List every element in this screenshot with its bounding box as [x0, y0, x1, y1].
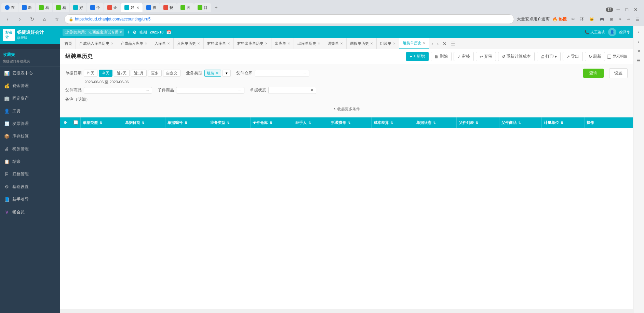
col-unit[interactable]: 计量单位 ⇅	[542, 117, 584, 128]
col-business-type[interactable]: 业务类型 ⇅	[208, 117, 250, 128]
home-button[interactable]: ⌂	[40, 14, 49, 24]
right-panel-expand[interactable]: ›	[635, 38, 643, 46]
col-child-warehouse[interactable]: 子件仓库 ⇅	[251, 117, 293, 128]
tab-close-icon[interactable]: ✕	[136, 6, 139, 10]
date-custom[interactable]: 自定义	[163, 70, 180, 77]
sun-tool[interactable]: ☀	[616, 16, 624, 22]
reload-button[interactable]: ↻	[27, 14, 37, 24]
col-handler[interactable]: 经手人 ⇅	[293, 117, 329, 128]
sidebar-item-reports[interactable]: 📊 云报表中心	[0, 67, 60, 80]
col-bill-date[interactable]: 单据日期 ⇅	[123, 117, 165, 128]
sidebar-item-finance[interactable]: 💰 资金管理	[0, 80, 60, 92]
sidebar-item-salary[interactable]: 👤 工资	[0, 105, 60, 117]
forward-button[interactable]: ›	[15, 14, 25, 24]
close-window-button[interactable]: ✕	[632, 7, 640, 12]
browser-tab-3[interactable]: 易	[36, 3, 52, 12]
tab-close-outbound-history[interactable]: ✕	[318, 42, 320, 45]
tab-close-assembly-history[interactable]: ✕	[423, 41, 426, 45]
add-icon-topbar[interactable]: +	[127, 29, 130, 35]
col-parent-goods[interactable]: 父件商品 ⇅	[499, 117, 541, 128]
collapse-button[interactable]: ∧ 收起更多条件	[65, 105, 628, 113]
settings-icon-topbar[interactable]: ⚙	[133, 30, 137, 35]
sidebar-item-settings[interactable]: ⚙ 基础设置	[0, 181, 60, 193]
delete-button[interactable]: 🗑 删除	[431, 52, 452, 61]
tab-close-product-inbound[interactable]: ✕	[145, 42, 147, 45]
settings-button[interactable]: 设置	[609, 68, 628, 78]
sidebar-item-member[interactable]: V 畅会员	[0, 206, 60, 218]
date-yesterday[interactable]: 昨天	[84, 70, 97, 77]
tab-material-outbound[interactable]: 材料出库单 ✕	[204, 38, 234, 49]
right-panel-collapse[interactable]: ‹	[635, 28, 643, 36]
col-parent-list[interactable]: 父件列表 ⇅	[457, 117, 499, 128]
browser-tab-10[interactable]: 畅	[160, 3, 177, 12]
sidebar-item-invoice[interactable]: 🧾 发票管理	[0, 117, 60, 130]
sidebar-item-guide[interactable]: 📘 新手引导	[0, 193, 60, 206]
date-more[interactable]: 更多	[148, 70, 162, 77]
print-button[interactable]: 🖨 打印 ▾	[537, 52, 561, 61]
child-goods-more[interactable]: ···	[239, 88, 241, 92]
tab-assembly[interactable]: 组装单 ✕	[377, 38, 399, 49]
sidebar-item-checkout[interactable]: 📋 结账	[0, 155, 60, 168]
tab-transfer[interactable]: 调拨单 ✕	[324, 38, 347, 49]
undo-tool[interactable]: ↩	[625, 16, 632, 22]
show-detail-checkbox[interactable]	[607, 55, 611, 59]
browser-tab-11[interactable]: 各	[177, 3, 194, 12]
browser-tab-6[interactable]: 个	[87, 3, 104, 12]
company-selector[interactable]: (勿删勿禁用）江西服宝测试专用 ▾	[63, 29, 124, 36]
tab-outbound[interactable]: 出库单 ✕	[271, 38, 294, 49]
tab-close-all[interactable]: ✕	[441, 41, 449, 46]
business-type-dropdown[interactable]: ▾	[223, 70, 231, 77]
select-all-checkbox[interactable]	[73, 120, 78, 125]
tab-close-inbound[interactable]: ✕	[167, 42, 170, 45]
tab-close-transfer[interactable]: ✕	[340, 42, 343, 45]
emoji-tool[interactable]: 🐱	[587, 16, 596, 22]
browser-tab-4[interactable]: 易	[53, 3, 69, 12]
right-panel-menu[interactable]: ☰	[635, 57, 643, 65]
tab-inbound[interactable]: 入库单 ✕	[151, 38, 174, 49]
url-bar[interactable]: 🔒 https://cloud.chanjet.com/accounting/u…	[64, 14, 514, 24]
query-button[interactable]: 查询	[583, 69, 604, 78]
tab-close-material-outbound-history[interactable]: ✕	[265, 42, 268, 45]
bill-status-dropdown[interactable]: ▾	[268, 87, 316, 94]
tab-transfer-history[interactable]: 调拨单历史 ✕	[347, 38, 377, 49]
add-button[interactable]: + + 新增	[406, 52, 429, 61]
tab-close-material-outbound[interactable]: ✕	[227, 42, 230, 45]
grid-tool[interactable]: ⊞	[608, 16, 615, 22]
sidebar-item-assets[interactable]: 🏢 固定资产	[0, 92, 60, 105]
col-cost-diff[interactable]: 成本差异 ⇅	[372, 117, 414, 128]
select-all-header[interactable]	[71, 117, 80, 128]
back-button[interactable]: ‹	[3, 14, 12, 24]
browser-tab-active[interactable]: 好 ✕	[121, 3, 143, 12]
date-today[interactable]: 今天	[99, 70, 112, 77]
right-panel-close[interactable]: ✕	[635, 47, 643, 55]
col-bill-status[interactable]: 单据状态 ⇅	[414, 117, 456, 128]
refresh-button[interactable]: ↻ 刷新	[585, 52, 605, 61]
maximize-button[interactable]: □	[623, 7, 630, 12]
abandon-button[interactable]: ↩ 弃审	[476, 52, 496, 61]
translate-tool[interactable]: 译	[578, 16, 586, 23]
cut-tool[interactable]: ✂	[569, 16, 577, 22]
child-goods-input[interactable]: ···	[176, 87, 244, 94]
tab-more[interactable]: ☰	[449, 41, 457, 46]
parent-goods-more[interactable]: ···	[146, 88, 149, 92]
browser-tab-9[interactable]: 腾	[143, 3, 160, 12]
consulting-button[interactable]: 📞 人工咨询	[585, 30, 605, 35]
tab-outbound-history[interactable]: 出库单历史 ✕	[294, 38, 324, 49]
browser-tab-7[interactable]: 企	[104, 3, 121, 12]
tab-product-inbound[interactable]: 产成品入库单 ✕	[117, 38, 151, 49]
parent-warehouse-input[interactable]: ···	[255, 70, 309, 76]
tab-inbound-history[interactable]: 入库单历史 ✕	[174, 38, 204, 49]
tab-material-outbound-history[interactable]: 材料出库单历史 ✕	[234, 38, 271, 49]
calendar-icon[interactable]: 📅	[166, 30, 171, 34]
business-tag-close[interactable]: ✕	[216, 71, 219, 75]
tab-close-inbound-history[interactable]: ✕	[197, 42, 200, 45]
col-bill-type[interactable]: 单据类型 ⇅	[80, 117, 123, 128]
bookmark-button[interactable]: ☆	[52, 14, 62, 24]
tab-close-assembly[interactable]: ✕	[393, 42, 395, 45]
tab-nav-left[interactable]: ‹	[429, 41, 435, 46]
menu-button[interactable]: ☰	[634, 16, 641, 22]
horizontal-scrollbar[interactable]	[60, 309, 633, 313]
sidebar-item-inventory[interactable]: 📦 库存核算	[0, 130, 60, 143]
date-7days[interactable]: 近7天	[114, 70, 130, 77]
column-settings[interactable]: ⚙	[60, 117, 71, 128]
